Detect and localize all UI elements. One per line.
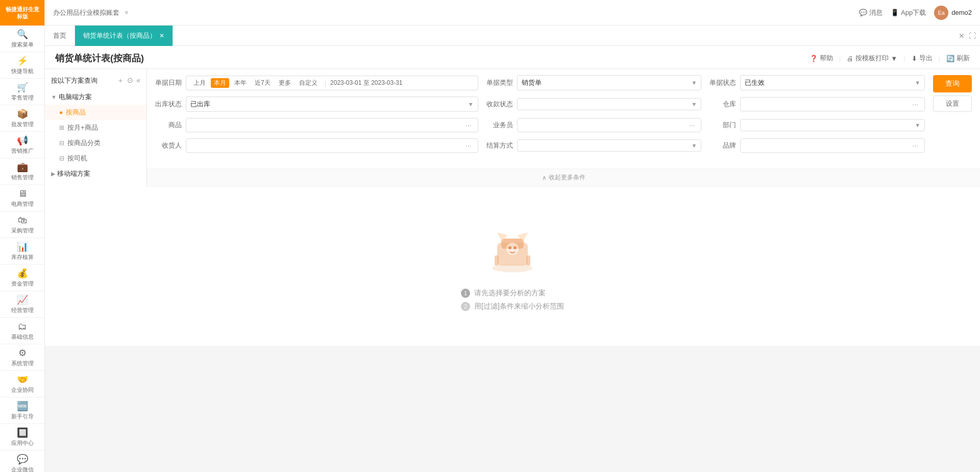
sidebar-item-finance[interactable]: 💰 资金管理 — [0, 265, 44, 291]
sidebar-item-search-label: 搜索菜单 — [11, 41, 34, 49]
status-select[interactable]: 已生效 ▼ — [740, 75, 925, 90]
scheme-item-month-goods[interactable]: ⊞ 按月+商品 — [45, 120, 146, 135]
filter-item-brand: 品牌 ··· — [709, 138, 925, 153]
scheme-group-mobile-label: 移动端方案 — [57, 169, 90, 178]
date-control[interactable]: 上月 本月 本年 近7天 更多 自定义 | 2023-03-01 至 2023-… — [186, 76, 478, 90]
outstock-select-value: 已出库 — [190, 100, 210, 109]
sidebar-item-purchase[interactable]: 🛍 采购管理 — [0, 211, 44, 238]
ecommerce-icon: 🖥 — [18, 188, 27, 199]
scheme-item-cat-icon: ⊟ — [59, 139, 64, 147]
scheme-item-goods-cat[interactable]: ⊟ 按商品分类 — [45, 135, 146, 151]
sidebar-item-system-label: 系统管理 — [11, 360, 34, 367]
tab-home[interactable]: 首页 — [45, 26, 75, 46]
sidebar-item-retail[interactable]: 🛒 零售管理 — [0, 79, 44, 105]
sidebar-item-wholesale[interactable]: 📦 批发管理 — [0, 105, 44, 132]
date-btn-more[interactable]: 更多 — [276, 78, 294, 88]
type-select[interactable]: 销货单 ▼ — [517, 75, 702, 90]
panel-title-text: 按以下方案查询 — [51, 76, 97, 85]
tab-sales-stat-label: 销货单统计表（按商品） — [83, 31, 156, 40]
sidebar-item-system[interactable]: ⚙ 系统管理 — [0, 344, 44, 371]
help-button[interactable]: ❓ 帮助 — [810, 54, 833, 63]
step-1-text: 请先选择要分析的方案 — [474, 289, 546, 298]
collapse-panel-icon[interactable]: « — [136, 76, 140, 85]
filter-payment-label: 收款状态 — [486, 100, 513, 109]
scheme-group-pc-label: 电脑端方案 — [59, 92, 92, 102]
group-mobile-arrow-icon: ▶ — [51, 171, 55, 177]
sidebar-item-ecommerce[interactable]: 🖥 电商管理 — [0, 185, 44, 211]
brand-select[interactable]: ··· — [740, 138, 925, 153]
warehouse-dots-icon[interactable]: ··· — [910, 100, 920, 108]
template-print-button[interactable]: 🖨 按模板打印 ▼ — [847, 54, 897, 63]
filter-right-wrap: 单据日期 上月 本月 本年 近7天 更多 自定义 | — [147, 69, 980, 186]
payment-select[interactable]: ▼ — [517, 98, 702, 110]
scheme-item-goods[interactable]: ● 按商品 — [45, 105, 146, 120]
sidebar-item-appstore[interactable]: 🔲 应用中心 — [0, 424, 44, 451]
scheme-group-pc: ▼ 电脑端方案 ● 按商品 ⊞ 按月+商品 ⊟ — [45, 89, 146, 166]
query-button[interactable]: 查询 — [933, 75, 972, 92]
date-btn-thismonth[interactable]: 本月 — [211, 78, 229, 88]
sidebar-item-basic[interactable]: 🗂 基础信息 — [0, 318, 44, 344]
scheme-group-mobile-header[interactable]: ▶ 移动端方案 — [45, 166, 146, 181]
refresh-label: 刷新 — [957, 54, 970, 63]
warehouse-select[interactable]: ··· — [740, 97, 925, 111]
content-area: 销货单统计表(按商品) ❓ 帮助 | 🖨 按模板打印 ▼ | ⬇ — [45, 46, 980, 472]
brand-dots-icon[interactable]: ··· — [910, 141, 920, 150]
app-download-label: App下载 — [901, 8, 926, 17]
receiver-dots-icon[interactable]: ··· — [463, 141, 474, 150]
quicknav-icon: ⚡ — [17, 55, 28, 66]
status-select-value: 已生效 — [745, 78, 765, 87]
staff-select[interactable]: ··· — [517, 118, 702, 132]
add-scheme-icon[interactable]: ＋ — [117, 76, 124, 85]
sidebar-nav: 🔍 搜索菜单 ⚡ 快捷导航 🛒 零售管理 📦 批发管理 📢 营销推广 💼 销售管… — [0, 26, 44, 472]
sidebar-item-marketing[interactable]: 📢 营销推广 — [0, 132, 44, 158]
tab-close-all-icon[interactable]: ✕ — [959, 32, 965, 40]
filter-item-staff: 业务员 ··· — [486, 118, 702, 132]
sidebar-item-newguide[interactable]: 🆕 新手引导 — [0, 397, 44, 424]
export-button[interactable]: ⬇ 导出 — [912, 54, 933, 63]
outstock-select[interactable]: 已出库 ▼ — [186, 97, 478, 112]
date-btn-lastmonth[interactable]: 上月 — [190, 78, 209, 88]
sidebar-item-newguide-label: 新手引导 — [11, 413, 34, 420]
sidebar-item-wechat[interactable]: 💬 企业微信 — [0, 451, 44, 472]
app-download-icon: 📱 — [891, 9, 899, 16]
sidebar-item-sales-label: 销售管理 — [11, 174, 34, 181]
settlement-select[interactable]: ▼ — [517, 139, 702, 152]
scheme-group-pc-header[interactable]: ▼ 电脑端方案 — [45, 89, 146, 105]
refresh-icon: 🔄 — [946, 55, 954, 62]
date-btn-thisyear[interactable]: 本年 — [231, 78, 250, 88]
empty-state: 1 请先选择要分析的方案 2 用[过滤]条件来缩小分析范围 — [45, 186, 980, 346]
sidebar-item-inventory[interactable]: 📊 库存核算 — [0, 238, 44, 265]
sidebar-item-search[interactable]: 🔍 搜索菜单 — [0, 26, 44, 52]
tab-sales-stat[interactable]: 销货单统计表（按商品） ✕ — [75, 26, 173, 46]
empty-step-1: 1 请先选择要分析的方案 — [461, 289, 564, 298]
sidebar-item-sales[interactable]: 💼 销售管理 — [0, 158, 44, 185]
goods-select[interactable]: ··· — [186, 118, 478, 132]
sidebar-item-purchase-label: 采购管理 — [11, 227, 34, 234]
tab-maximize-icon[interactable]: ⛶ — [969, 32, 976, 40]
settings-button[interactable]: 设置 — [933, 96, 972, 112]
step-2-num: 2 — [461, 302, 470, 311]
date-btn-custom[interactable]: 自定义 — [296, 78, 321, 88]
app-download-button[interactable]: 📱 App下载 — [891, 8, 926, 17]
user-area[interactable]: Ea demo2 — [934, 6, 972, 20]
divider3: | — [939, 55, 940, 62]
message-button[interactable]: 💬 消息 — [859, 8, 883, 17]
collapse-bar[interactable]: ∧ 收起更多条件 — [147, 169, 980, 186]
sidebar-item-cooperation[interactable]: 🤝 企业协同 — [0, 371, 44, 397]
sidebar-item-quicknav[interactable]: ⚡ 快捷导航 — [0, 52, 44, 79]
scheme-item-month-goods-label: 按月+商品 — [67, 123, 98, 132]
refresh-button[interactable]: 🔄 刷新 — [946, 54, 970, 63]
manage-scheme-icon[interactable]: ⊙ — [127, 76, 133, 85]
dept-select[interactable]: ▼ — [740, 119, 925, 131]
date-btn-7days[interactable]: 近7天 — [252, 78, 274, 88]
sidebar-item-operations[interactable]: 📈 经营管理 — [0, 291, 44, 318]
tab-close-icon[interactable]: ✕ — [159, 32, 164, 39]
divider1: | — [839, 55, 841, 62]
scheme-item-driver[interactable]: ⊟ 按司机 — [45, 151, 146, 166]
receiver-select[interactable]: ··· — [186, 138, 478, 153]
filter-staff-label: 业务员 — [486, 121, 513, 130]
goods-dots-icon[interactable]: ··· — [463, 121, 474, 129]
logo: 畅捷通好生意 标版 — [0, 0, 44, 26]
scheme-group-mobile: ▶ 移动端方案 — [45, 166, 146, 181]
staff-dots-icon[interactable]: ··· — [687, 121, 697, 129]
